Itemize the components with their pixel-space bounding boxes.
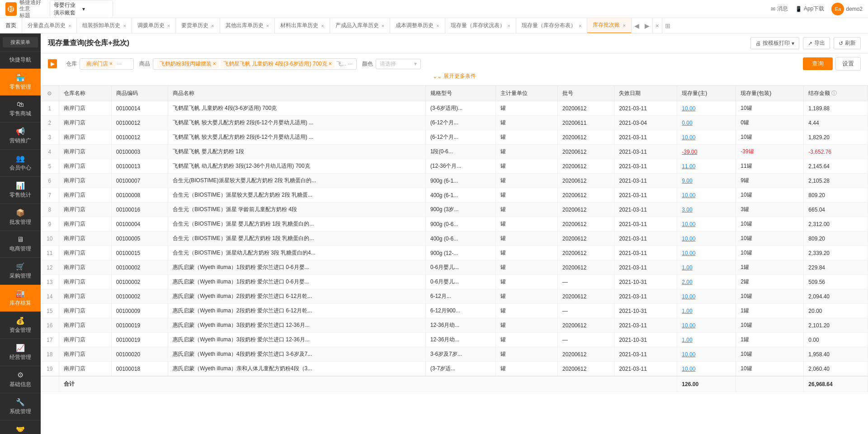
industry-select[interactable]: 母婴行业演示账套 ▾: [50, 0, 113, 18]
cell-name: 飞鹤星飞帆 儿童奶粉 4段(3-6岁适用) 700克: [168, 101, 425, 116]
expand-arrow-button[interactable]: ▶: [48, 59, 57, 68]
cell-spec: 12-36月幼...: [425, 333, 496, 347]
tab-chengpin[interactable]: 产成品入库单历史 ×: [330, 18, 390, 33]
tab-cailiao[interactable]: 材料出库单历史 ×: [275, 18, 330, 33]
sidebar-item-system[interactable]: 🔧 系统管理: [0, 393, 41, 420]
tab-chengben[interactable]: 成本调整单历史 ×: [390, 18, 445, 33]
tab-zuchai[interactable]: 组装拆卸单历史 ×: [77, 18, 132, 33]
table-row: 7南岸门店00100008合生元（BIOSTIME）派星较大婴儿配方奶粉 2段 …: [41, 188, 868, 203]
cell-qty-main[interactable]: 9.00: [677, 174, 736, 188]
sidebar-item-management[interactable]: 📈 经营管理: [0, 339, 41, 366]
cell-qty-main[interactable]: 10.00: [677, 318, 736, 333]
cell-amount: 20.00: [804, 304, 868, 318]
sidebar-item-retail-mall[interactable]: 🛍 零售商城: [0, 96, 41, 123]
tab-diaobo[interactable]: 调拨单历史 ×: [132, 18, 176, 33]
tab-nav-next[interactable]: ▶: [642, 18, 652, 33]
cell-expire: 2021-03-11: [614, 362, 677, 377]
warehouse-tag-close[interactable]: ×: [109, 61, 113, 67]
tab-qita[interactable]: 其他出库单历史 ×: [220, 18, 275, 33]
product-tag-2-close[interactable]: ×: [329, 61, 332, 67]
print-template-button[interactable]: 🖨 按模板打印 ▾: [750, 37, 799, 49]
cell-expire: 2021-03-11: [614, 318, 677, 333]
cell-qty-main[interactable]: 10.00: [677, 289, 736, 304]
cell-qty-main[interactable]: 2.00: [677, 275, 736, 289]
tab-close-kucun-pici[interactable]: ×: [623, 23, 625, 28]
sidebar-item-purchase[interactable]: 🛒 采购管理: [0, 258, 41, 285]
message-button[interactable]: ✉ 消息: [771, 5, 788, 13]
cell-qty-main[interactable]: 0.00: [677, 116, 736, 130]
color-tag-container[interactable]: 请选择 ▾: [376, 59, 421, 69]
cell-warehouse: 南岸门店: [59, 145, 111, 159]
tab-nav-prev[interactable]: ◀: [632, 18, 642, 33]
tab-close-yaohuo[interactable]: ×: [211, 23, 214, 28]
sidebar-item-marketing[interactable]: 📢 营销推广: [0, 123, 41, 150]
tab-close-all[interactable]: ×: [652, 18, 662, 33]
warehouse-tag-container[interactable]: 南岸门店 × ···: [80, 58, 134, 70]
user-profile[interactable]: Ea demo2: [831, 3, 863, 15]
tab-close-chengpin[interactable]: ×: [382, 23, 384, 28]
tab-close-cailiao[interactable]: ×: [321, 23, 324, 28]
cell-qty-main[interactable]: 1.00: [677, 260, 736, 275]
tab-home[interactable]: 首页: [0, 18, 22, 33]
product-tag-1-close[interactable]: ×: [213, 61, 216, 67]
tab-kucun-status[interactable]: 现存量（库存状况表） ×: [445, 18, 516, 33]
cell-qty-main[interactable]: 10.00: [677, 217, 736, 231]
tab-kucun-dist[interactable]: 现存量（库存分布表） ×: [516, 18, 587, 33]
tab-fenbu[interactable]: 分量盘点单历史 ×: [22, 18, 77, 33]
tab-yaohuo[interactable]: 要货单历史 ×: [176, 18, 220, 33]
cell-qty-main[interactable]: 1.00: [677, 333, 736, 347]
cell-qty-pack: 10罐: [736, 289, 804, 304]
cell-qty-pack: 10罐: [736, 246, 804, 260]
tab-close-fenbu[interactable]: ×: [68, 23, 71, 28]
sidebar-item-finance[interactable]: 💰 资金管理: [0, 312, 41, 339]
sidebar-item-retail[interactable]: 🏪 零售管理: [0, 69, 41, 96]
setting-button[interactable]: 设置: [835, 57, 861, 71]
tab-close-kucun-status[interactable]: ×: [508, 23, 510, 28]
search-menu-button[interactable]: 搜索菜单: [3, 37, 38, 47]
column-settings-icon[interactable]: ⚙: [47, 90, 52, 97]
export-button[interactable]: ↗ 导出: [803, 37, 830, 49]
tab-kucun-pici[interactable]: 库存批次账 ×: [587, 18, 631, 33]
cell-qty-main[interactable]: 10.00: [677, 188, 736, 203]
cell-qty-main[interactable]: 10.00: [677, 101, 736, 116]
sidebar-item-basic[interactable]: ⚙ 基础信息: [0, 366, 41, 393]
tab-close-zuchai[interactable]: ×: [123, 23, 126, 28]
tab-close-qita[interactable]: ×: [266, 23, 269, 28]
tab-close-chengben[interactable]: ×: [436, 23, 439, 28]
query-button[interactable]: 查询: [803, 57, 833, 70]
sidebar-item-retail-stat[interactable]: 📊 零售统计: [0, 177, 41, 204]
sidebar-item-quick-nav[interactable]: 快捷导航: [0, 52, 41, 69]
cell-spec: 6-12月900...: [425, 304, 496, 318]
tab-expand[interactable]: ⊞: [662, 18, 673, 33]
cell-qty-main[interactable]: 11.00: [677, 159, 736, 174]
sidebar-item-ecommerce[interactable]: 🖥 电商管理: [0, 231, 41, 258]
cell-qty-main[interactable]: -39.00: [677, 145, 736, 159]
sidebar-item-enterprise[interactable]: 🤝 企业协同: [0, 420, 41, 434]
sidebar-item-member[interactable]: 👥 会员中心: [0, 150, 41, 177]
tab-close-kucun-dist[interactable]: ×: [579, 23, 581, 28]
cell-qty-main[interactable]: 10.00: [677, 231, 736, 246]
cell-qty-main[interactable]: 10.00: [677, 246, 736, 260]
app-download-button[interactable]: 📱 App下载: [795, 5, 824, 13]
product-filter-dots[interactable]: ···: [348, 61, 353, 67]
sidebar-item-inventory[interactable]: 🏭 库存核算: [0, 285, 41, 312]
filter-more-icon[interactable]: ···: [117, 61, 122, 67]
amount-info-icon[interactable]: ⓘ: [831, 90, 837, 97]
refresh-button[interactable]: ↺ 刷新: [834, 37, 861, 49]
cell-batch: 20200612: [558, 159, 614, 174]
cell-qty-main[interactable]: 1.00: [677, 304, 736, 318]
cell-qty-pack: 10罐: [736, 130, 804, 145]
cell-qty-main[interactable]: 10.00: [677, 347, 736, 362]
cell-qty-main[interactable]: 3.00: [677, 203, 736, 217]
th-settings[interactable]: ⚙: [41, 86, 59, 101]
product-filter: 商品 飞鹤奶粉3段丙罐摆装 × 飞鹤星飞帆 儿童奶粉 4段(3-6岁适用) 70…: [139, 58, 357, 70]
tab-close-diaobo[interactable]: ×: [167, 23, 170, 28]
product-tag-container[interactable]: 飞鹤奶粉3段丙罐摆装 × 飞鹤星飞帆 儿童奶粉 4段(3-6岁适用) 700克 …: [153, 58, 357, 70]
retail-icon: 🏪: [3, 73, 38, 82]
cell-qty-main[interactable]: 10.00: [677, 130, 736, 145]
cell-qty-main[interactable]: 10.00: [677, 362, 736, 377]
cell-no: 11: [41, 246, 59, 260]
product-filter-more[interactable]: 飞...: [336, 60, 346, 68]
sidebar-item-wholesale[interactable]: 📦 批发管理: [0, 204, 41, 231]
expand-more-button[interactable]: ⌄⌄ 展开更多条件: [433, 72, 476, 80]
